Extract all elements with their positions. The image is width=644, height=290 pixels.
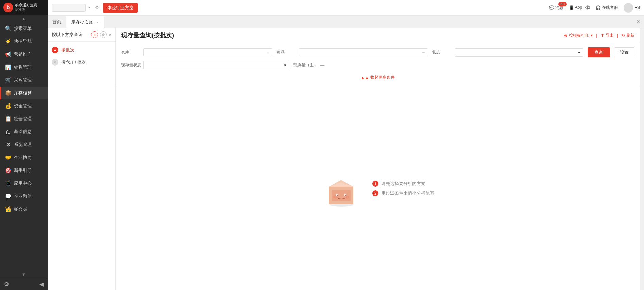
messages-badge: 99+	[558, 2, 567, 6]
product-input-wrap[interactable]: ···	[299, 48, 428, 56]
sidebar-collapse-btn[interactable]: ◀	[39, 281, 44, 287]
filter-header: 按以下方案查询 + ⚙ «	[48, 28, 115, 42]
sidebar-item-operation[interactable]: 📋 经营管理	[0, 112, 48, 125]
app-download-label: App下载	[575, 5, 590, 11]
filter-warehouse-batch-icon: ○	[52, 59, 58, 66]
sidebar-settings-btn[interactable]: ⚙	[4, 281, 9, 287]
settings-btn[interactable]: 设置	[614, 47, 634, 57]
filter-batch-label: 按批次	[61, 47, 74, 53]
newbie-icon: 🎯	[5, 167, 11, 174]
wechat-icon: 💬	[5, 193, 11, 199]
warehouse-label: 仓库	[121, 50, 141, 55]
page-title: 现存量查询(按批次)	[121, 31, 174, 39]
panel-close-btn[interactable]: ×	[633, 19, 644, 25]
system-icon: ⚙	[5, 142, 11, 148]
sidebar-item-search[interactable]: 🔍 搜索菜单	[0, 22, 48, 35]
sidebar-item-shortcut[interactable]: ⚡ 快捷导航	[0, 35, 48, 48]
print-label: 按模板打印	[569, 33, 589, 38]
filter-item-warehouse-batch[interactable]: ○ 按仓库+批次	[48, 56, 115, 68]
filter-list: ● 按批次 ○ 按仓库+批次	[48, 42, 115, 290]
empty-state: 1 请先选择要分析的方案 2 用过滤条件来缩小分析范围	[116, 87, 640, 290]
user-avatar[interactable]: Rit	[624, 3, 640, 13]
product-input[interactable]	[302, 50, 420, 55]
sidebar-item-sales[interactable]: 📊 销售管理	[0, 61, 48, 74]
empty-svg	[321, 168, 362, 209]
headset-icon: 🎧	[596, 5, 601, 10]
sales-icon: 📊	[5, 64, 11, 70]
topbar-search-chevron[interactable]: ▾	[88, 5, 90, 10]
status-select[interactable]: ▾	[455, 48, 583, 57]
tab-home[interactable]: 首页	[48, 17, 66, 28]
warehouse-input-wrap[interactable]: ···	[143, 48, 272, 56]
tab-inventory-batch-close[interactable]: ×	[95, 20, 99, 25]
sidebar-item-shortcut-label: 快捷导航	[14, 38, 32, 44]
sidebar-logo: b	[3, 3, 13, 12]
export-btn[interactable]: ⬆ 导出	[601, 33, 614, 38]
query-btn[interactable]: 查询	[588, 47, 610, 57]
sidebar-item-purchase-label: 采购管理	[14, 77, 32, 83]
export-icon: ⬆	[601, 33, 604, 38]
right-scrollbar[interactable]	[640, 28, 644, 290]
collapse-more-label: 收起更多条件	[370, 75, 395, 80]
apps-icon: 📱	[5, 180, 11, 186]
trial-btn[interactable]: 体验行业方案	[103, 3, 138, 13]
product-more-btn[interactable]: ···	[422, 50, 425, 54]
messages-btn[interactable]: 💬 消息 99+	[549, 5, 563, 11]
sidebar-item-system[interactable]: ⚙ 系统管理	[0, 138, 48, 151]
print-btn[interactable]: 🖨 按模板打印 ▾	[563, 33, 593, 38]
sidebar-item-member[interactable]: 👑 畅会员	[0, 203, 48, 216]
sidebar-item-enterprise[interactable]: 🤝 企业协同	[0, 151, 48, 164]
sidebar-item-wechat[interactable]: 💬 企业微信	[0, 190, 48, 203]
hint-num-2: 2	[372, 190, 378, 196]
tabs-bar: 首页 库存批次账 × ×	[48, 16, 644, 28]
svg-point-5	[337, 195, 338, 196]
sidebar-item-search-label: 搜索菜单	[14, 25, 32, 32]
filter-settings-btn[interactable]: ⚙	[100, 31, 107, 38]
warehouse-input[interactable]	[147, 50, 265, 55]
stock-qty-label: 现存量（主）	[293, 62, 318, 68]
avatar-circle	[624, 3, 633, 13]
sidebar-item-inventory[interactable]: 📦 库存核算	[0, 87, 48, 99]
app-download-btn[interactable]: 📱 App下载	[569, 5, 590, 11]
page-header: 现存量查询(按批次) 🖨 按模板打印 ▾ | ⬆ 导出 | ↻	[116, 28, 640, 43]
print-chevron-icon[interactable]: ▾	[591, 33, 593, 38]
online-service-btn[interactable]: 🎧 在线客服	[596, 5, 618, 11]
message-icon: 💬	[549, 5, 554, 10]
warehouse-more-btn[interactable]: ···	[266, 50, 269, 54]
warehouse-field: 仓库 ···	[121, 48, 272, 56]
member-icon: 👑	[5, 206, 11, 212]
sidebar-item-finance-label: 资金管理	[14, 103, 32, 109]
filter-collapse-btn[interactable]: «	[109, 32, 111, 37]
stock-status-select[interactable]: ▾	[143, 61, 289, 69]
svg-point-7	[333, 195, 337, 199]
sidebar-item-basic-label: 基础信息	[14, 129, 32, 135]
status-chevron-icon: ▾	[578, 50, 580, 55]
topbar: ▾ ⚙ 体验行业方案 💬 消息 99+ 📱 App下载 🎧 在线客服 Rit	[48, 0, 644, 16]
topbar-search-box[interactable]	[52, 4, 86, 12]
nav-scroll-down[interactable]: ▼	[0, 271, 48, 278]
tab-inventory-batch[interactable]: 库存批次账 ×	[66, 16, 104, 28]
svg-point-8	[345, 195, 349, 199]
sidebar-item-marketing[interactable]: 📢 营销推广	[0, 48, 48, 61]
sidebar-item-apps[interactable]: 📱 应用中心	[0, 177, 48, 190]
empty-illustration	[321, 168, 362, 209]
sidebar-item-purchase[interactable]: 🛒 采购管理	[0, 74, 48, 87]
collapse-more-btn[interactable]: ▲▲ 收起更多条件	[121, 73, 634, 83]
sidebar-item-finance[interactable]: 💰 资金管理	[0, 99, 48, 112]
topbar-search-input[interactable]	[55, 5, 79, 10]
form-row-2: 现存量状态 ▾ 现存量（主） —	[121, 61, 634, 69]
sidebar-item-basic[interactable]: 🗂 基础信息	[0, 125, 48, 138]
filter-panel-title: 按以下方案查询	[52, 32, 83, 38]
sidebar-item-newbie[interactable]: 🎯 新手引导	[0, 164, 48, 177]
nav-scroll-up[interactable]: ▲	[0, 15, 48, 22]
phone-icon: 📱	[569, 5, 574, 10]
refresh-btn[interactable]: ↻ 刷新	[622, 33, 634, 38]
filter-add-btn[interactable]: +	[91, 31, 98, 38]
filter-item-batch[interactable]: ● 按批次	[48, 44, 115, 56]
filter-panel: 按以下方案查询 + ⚙ « ● 按批次 ○ 按仓库+批次	[48, 28, 116, 290]
refresh-label: 刷新	[626, 33, 634, 38]
filter-batch-icon: ●	[52, 47, 58, 53]
basic-icon: 🗂	[5, 129, 11, 135]
topbar-settings-icon[interactable]: ⚙	[93, 3, 100, 12]
sidebar-item-sales-label: 销售管理	[14, 64, 32, 70]
